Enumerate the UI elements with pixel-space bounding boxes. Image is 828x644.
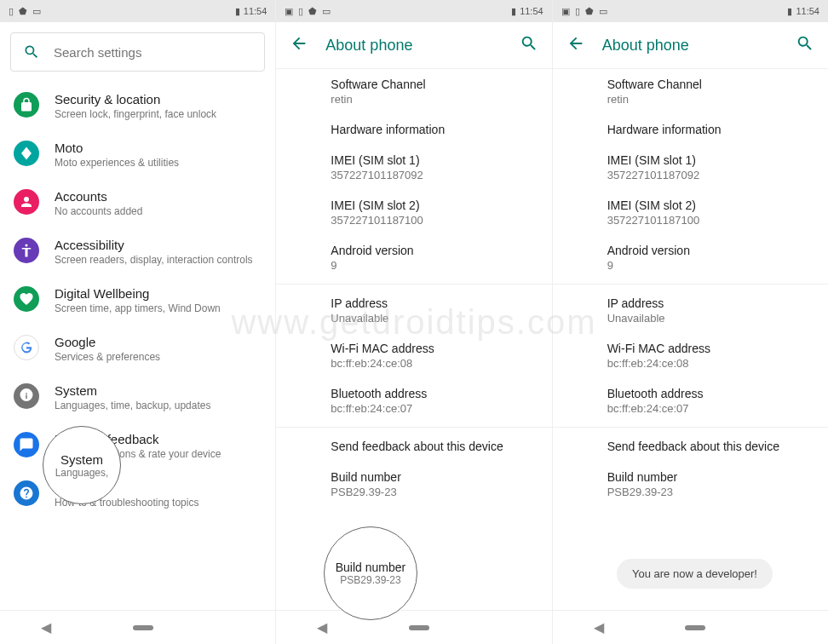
developer-toast: You are now a developer!: [617, 559, 773, 589]
card-icon: ▯: [9, 6, 14, 17]
message-icon: ▭: [599, 6, 607, 17]
wellbeing-icon: [14, 286, 39, 312]
message-icon: ▭: [322, 6, 331, 17]
about-list: Software Channelretin Hardware informati…: [553, 69, 828, 610]
battery-icon: ▮: [787, 6, 792, 17]
search-icon[interactable]: [520, 34, 538, 56]
help-icon: [14, 480, 39, 506]
back-icon[interactable]: [290, 34, 308, 56]
battery-icon: ▮: [511, 6, 516, 17]
info-software-channel[interactable]: Software Channelretin: [276, 69, 551, 114]
clock-text: 11:54: [796, 6, 819, 16]
info-feedback[interactable]: Send feedback about this device: [276, 431, 551, 462]
card-icon: ▯: [575, 6, 580, 17]
info-ip[interactable]: IP addressUnavailable: [276, 288, 551, 333]
sidebar-item-moto[interactable]: MotoMoto experiences & utilities: [0, 130, 275, 179]
divider: [276, 284, 551, 285]
nav-home-icon[interactable]: [409, 625, 429, 630]
info-wifi-mac[interactable]: Wi-Fi MAC addressbc:ff:eb:24:ce:08: [553, 333, 828, 378]
info-feedback[interactable]: Send feedback about this device: [553, 431, 828, 462]
shield-icon: ⬟: [308, 6, 317, 17]
about-header: About phone: [276, 22, 551, 69]
info-software-channel[interactable]: Software Channelretin: [553, 69, 828, 114]
about-panel-2: ▣▯⬟▭ ▮11:54 About phone Software Channel…: [553, 0, 828, 644]
back-icon[interactable]: [566, 34, 585, 56]
search-box[interactable]: [10, 32, 265, 72]
info-build[interactable]: Build numberPSB29.39-23: [276, 462, 551, 507]
accessibility-icon: [14, 238, 39, 263]
search-icon: [23, 43, 40, 60]
google-icon: [14, 335, 39, 360]
svg-point-0: [26, 244, 28, 247]
status-bar: ▯ ⬟ ▭ ▮ 11:54: [0, 0, 275, 22]
shield-icon: ⬟: [585, 6, 594, 17]
nav-home-icon[interactable]: [133, 625, 153, 630]
info-ip[interactable]: IP addressUnavailable: [553, 288, 828, 333]
about-list: Software Channelretin Hardware informati…: [276, 69, 551, 610]
search-icon[interactable]: [796, 34, 814, 56]
sidebar-item-security[interactable]: Security & locationScreen lock, fingerpr…: [0, 82, 275, 130]
info-android-version[interactable]: Android version9: [553, 235, 828, 280]
clock-text: 11:54: [244, 6, 267, 16]
nav-back-icon[interactable]: ◀: [41, 619, 51, 635]
feedback-icon: [14, 432, 39, 457]
sidebar-item-accessibility[interactable]: AccessibilityScreen readers, display, in…: [0, 227, 275, 276]
lock-icon: [14, 92, 39, 118]
nav-back-icon[interactable]: ◀: [317, 619, 327, 635]
search-input[interactable]: [54, 45, 252, 60]
sidebar-item-accounts[interactable]: AccountsNo accounts added: [0, 179, 275, 227]
nav-home-icon[interactable]: [685, 625, 705, 630]
status-bar: ▣▯⬟▭ ▮11:54: [276, 0, 551, 22]
sidebar-item-wellbeing[interactable]: Digital WellbeingScreen time, app timers…: [0, 276, 275, 325]
sidebar-item-system[interactable]: SystemLanguages, time, backup, updates: [0, 373, 275, 422]
sidebar-item-rating[interactable]: Rating & feedbackSend suggestions & rate…: [0, 422, 275, 470]
message-icon: ▭: [32, 6, 41, 17]
info-icon: [14, 383, 39, 409]
info-bt[interactable]: Bluetooth addressbc:ff:eb:24:ce:07: [553, 378, 828, 423]
card-icon: ▯: [298, 6, 303, 17]
info-bt[interactable]: Bluetooth addressbc:ff:eb:24:ce:07: [276, 378, 551, 423]
settings-panel: ▯ ⬟ ▭ ▮ 11:54 Security & locationScreen …: [0, 0, 276, 644]
info-hardware[interactable]: Hardware information: [276, 114, 551, 145]
shield-icon: ⬟: [19, 6, 27, 17]
clock-text: 11:54: [520, 6, 543, 16]
divider: [276, 427, 551, 428]
account-icon: [14, 189, 39, 215]
info-wifi-mac[interactable]: Wi-Fi MAC addressbc:ff:eb:24:ce:08: [276, 333, 551, 378]
info-imei2[interactable]: IMEI (SIM slot 2)357227101187100: [553, 190, 828, 235]
info-hardware[interactable]: Hardware information: [553, 114, 828, 145]
page-title: About phone: [602, 37, 796, 55]
nav-bar: ◀: [0, 610, 275, 644]
info-imei1[interactable]: IMEI (SIM slot 1)357227101187092: [276, 145, 551, 190]
info-build[interactable]: Build numberPSB29.39-23: [553, 462, 828, 507]
divider: [553, 427, 828, 428]
nav-back-icon[interactable]: ◀: [594, 619, 604, 635]
sidebar-item-google[interactable]: GoogleServices & preferences: [0, 325, 275, 373]
about-header: About phone: [553, 22, 828, 69]
page-title: About phone: [325, 37, 519, 55]
info-imei1[interactable]: IMEI (SIM slot 1)357227101187092: [553, 145, 828, 190]
status-bar: ▣▯⬟▭ ▮11:54: [553, 0, 828, 22]
info-android-version[interactable]: Android version9: [276, 235, 551, 280]
divider: [553, 284, 828, 285]
info-imei2[interactable]: IMEI (SIM slot 2)357227101187100: [276, 190, 551, 235]
nav-bar: ◀: [276, 610, 551, 644]
picture-icon: ▣: [561, 6, 570, 17]
moto-icon: [14, 141, 39, 166]
settings-list: Security & locationScreen lock, fingerpr…: [0, 82, 275, 610]
picture-icon: ▣: [285, 6, 293, 17]
sidebar-item-help[interactable]: HelpHow-to & troubleshooting topics: [0, 470, 275, 519]
nav-bar: ◀: [553, 610, 828, 644]
battery-icon: ▮: [235, 6, 240, 17]
about-panel-1: ▣▯⬟▭ ▮11:54 About phone Software Channel…: [276, 0, 552, 644]
